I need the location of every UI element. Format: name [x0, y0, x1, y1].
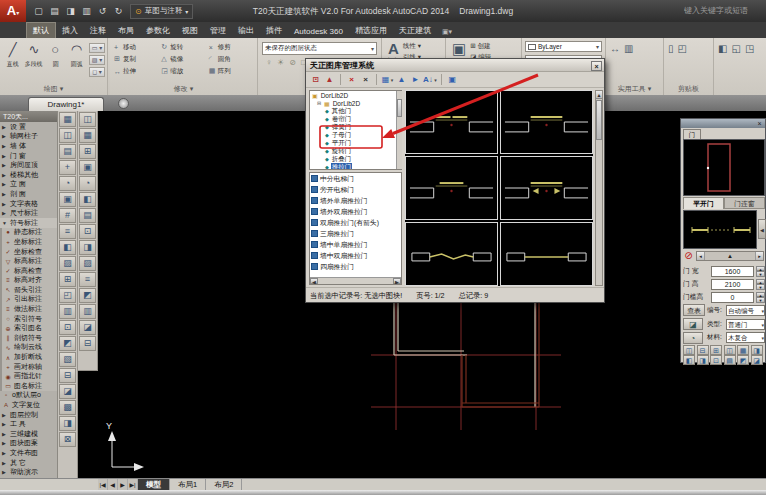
- left-tool-icon-10[interactable]: ⊞: [59, 272, 76, 287]
- insert-mode-icon-6[interactable]: ◧: [683, 355, 695, 365]
- door-material-dropdown[interactable]: ▾木复合: [726, 332, 765, 343]
- left-tool-icon-8[interactable]: ◧: [59, 240, 76, 255]
- ribbon-tab-default[interactable]: 默认: [26, 22, 56, 38]
- create-block-tool[interactable]: ⊞ 创建: [470, 42, 491, 51]
- sort-icon[interactable]: A↓ ▾: [423, 73, 437, 86]
- ribbon-tab-tarch[interactable]: 天正建筑: [393, 23, 437, 38]
- lookup-table-button[interactable]: 查表: [683, 304, 705, 316]
- left-tool-icon-14[interactable]: ◩: [59, 336, 76, 351]
- left-tool-icon-20[interactable]: ⊠: [59, 432, 76, 447]
- delete-block-icon[interactable]: ×: [345, 73, 358, 86]
- doc-tab-model[interactable]: 模型: [138, 479, 170, 490]
- left-tool-icon-0[interactable]: ▦: [59, 112, 76, 127]
- doc-tab-layout1[interactable]: 布局1: [170, 479, 206, 490]
- color-dropdown[interactable]: ByLayer▾: [525, 41, 602, 52]
- block-item-8[interactable]: 四扇推拉门: [310, 261, 401, 272]
- submenu-item-13[interactable]: ∧加折断线: [0, 352, 57, 362]
- preview-flip-handle[interactable]: ◀: [758, 219, 766, 239]
- slider-right-icon[interactable]: ▸: [755, 252, 763, 260]
- tree-category-1[interactable]: ◆卷帘门: [310, 115, 401, 123]
- sidebar-item-2[interactable]: ▶墙 体: [0, 141, 57, 151]
- sidebar-item-9[interactable]: ▶尺寸标注: [0, 208, 57, 218]
- sidebar-item-0[interactable]: ▶设 置: [0, 122, 57, 132]
- tab-nav-icon-3[interactable]: ▶|: [128, 479, 138, 490]
- door-type-dropdown[interactable]: ▾普通门: [726, 319, 765, 330]
- new-library-icon[interactable]: ⊡: [309, 73, 322, 86]
- insert-mode-icon-1[interactable]: ⊟: [697, 345, 709, 355]
- scroll-right-icon[interactable]: ▶: [393, 278, 401, 284]
- sidebar-bottom-item-3[interactable]: ▶工 具: [0, 419, 57, 429]
- submenu-item-9[interactable]: ○索引符号: [0, 314, 57, 324]
- ribbon-tab-parametric[interactable]: 参数化: [140, 23, 176, 38]
- insert-mode-icon-4[interactable]: ▦: [737, 345, 749, 355]
- tree-category-7[interactable]: ◆推拉门: [310, 163, 401, 170]
- left-tool-icon-11[interactable]: ◰: [59, 288, 76, 303]
- ribbon-extra-icon-0[interactable]: ◧: [718, 43, 727, 54]
- draw-mini-icon-1[interactable]: ▨ ▾: [89, 55, 105, 65]
- batch-import-icon[interactable]: ▲: [323, 73, 336, 86]
- submenu-item-15[interactable]: ◉画指北针: [0, 371, 57, 381]
- sidebar-item-1[interactable]: ▶轴网柱子: [0, 132, 57, 142]
- sidebar-bottom-item-1[interactable]: A文字复位: [0, 400, 57, 410]
- left-tool-icon-4[interactable]: ◔: [59, 176, 76, 191]
- door-height-stepper[interactable]: ▲▼: [756, 279, 765, 290]
- submenu-item-1[interactable]: +坐标标注: [0, 237, 57, 247]
- slider-left-icon[interactable]: ◂: [697, 252, 705, 260]
- line-tool[interactable]: ╱直线: [2, 40, 23, 77]
- left-tool-icon-19[interactable]: ◨: [59, 416, 76, 431]
- submenu-item-16[interactable]: ▭图名标注: [0, 381, 57, 391]
- thumbnail-1[interactable]: [500, 90, 593, 154]
- arc-tool[interactable]: ◠圆弧: [66, 40, 87, 77]
- layer-on-icon[interactable]: ♀: [266, 58, 272, 67]
- door-plan-preview[interactable]: [683, 210, 757, 249]
- paste-icon-1[interactable]: ◰: [678, 43, 687, 54]
- tree-scrollbar[interactable]: [396, 91, 402, 169]
- draw-mini-icon-0[interactable]: ▭ ▾: [89, 43, 105, 53]
- submenu-item-7[interactable]: ↗引出标注: [0, 295, 57, 305]
- modify-tool-5[interactable]: ◜圆角: [209, 53, 253, 65]
- modify-tool-8[interactable]: ▦阵列: [209, 65, 253, 77]
- draw-panel-footer[interactable]: 绘图 ▾: [0, 84, 107, 94]
- sidebar-bottom-item-6[interactable]: ▶文件布图: [0, 448, 57, 458]
- modify-tool-3[interactable]: ⊞复制: [114, 53, 158, 65]
- dialog-close-icon[interactable]: ×: [591, 61, 602, 71]
- right-tool-icon-7[interactable]: ⊡: [79, 224, 96, 239]
- pick-door-params-icon[interactable]: ◪: [683, 318, 703, 330]
- thumbnail-0[interactable]: [405, 90, 498, 154]
- layer-lock-icon[interactable]: ⊘: [289, 58, 296, 67]
- right-tool-icon-3[interactable]: ▣: [79, 160, 96, 175]
- sidebar-bottom-item-7[interactable]: ▶其 它: [0, 458, 57, 468]
- plot-icon[interactable]: ▥: [80, 5, 93, 18]
- ribbon-extra-icon-2[interactable]: ◳: [745, 43, 754, 54]
- tab-nav-icon-1[interactable]: ◀: [108, 479, 118, 490]
- palette-tab-door[interactable]: 门: [683, 129, 701, 139]
- right-tool-icon-5[interactable]: ◧: [79, 192, 96, 207]
- right-tool-icon-6[interactable]: ▤: [79, 208, 96, 223]
- block-item-0[interactable]: 中分电梯门: [310, 173, 401, 184]
- insert-mode-icon-5[interactable]: ◨: [751, 345, 763, 355]
- sidebar-item-5[interactable]: ▶楼梯其他: [0, 170, 57, 180]
- circle-tool[interactable]: ○圆: [45, 40, 66, 77]
- sidebar-item-4[interactable]: ▶房间屋顶: [0, 160, 57, 170]
- text-tool-icon[interactable]: A: [382, 38, 403, 57]
- ribbon-tab-output[interactable]: 输出: [232, 23, 260, 38]
- ribbon-tab-layout[interactable]: 布局: [112, 23, 140, 38]
- redo-icon[interactable]: ↻: [112, 5, 125, 18]
- door-type-tab-0[interactable]: 平开门: [683, 197, 724, 209]
- delete-category-icon[interactable]: ×: [359, 73, 372, 86]
- thumbnail-2[interactable]: [405, 156, 498, 220]
- right-tool-icon-8[interactable]: ◨: [79, 240, 96, 255]
- tree-category-2[interactable]: ◆弹簧门: [310, 123, 401, 131]
- right-tool-icon-10[interactable]: ≡: [79, 272, 96, 287]
- right-tool-icon-2[interactable]: ⊞: [79, 144, 96, 159]
- submenu-item-4[interactable]: ✓标高检查: [0, 266, 57, 276]
- list-hscrollbar[interactable]: ◀▶: [310, 277, 401, 284]
- app-menu-button[interactable]: A▾: [0, 0, 26, 22]
- insert-mode-icon-7[interactable]: ◨: [697, 355, 709, 365]
- ribbon-tab-annotate[interactable]: 注释: [84, 23, 112, 38]
- left-tool-icon-9[interactable]: ▨: [59, 256, 76, 271]
- submenu-item-0[interactable]: ●静态标注: [0, 228, 57, 238]
- sidebar-bottom-item-5[interactable]: ▶图块图案: [0, 439, 57, 449]
- measure-tool-icon-0[interactable]: ↔: [610, 43, 620, 54]
- left-tool-icon-2[interactable]: ▤: [59, 144, 76, 159]
